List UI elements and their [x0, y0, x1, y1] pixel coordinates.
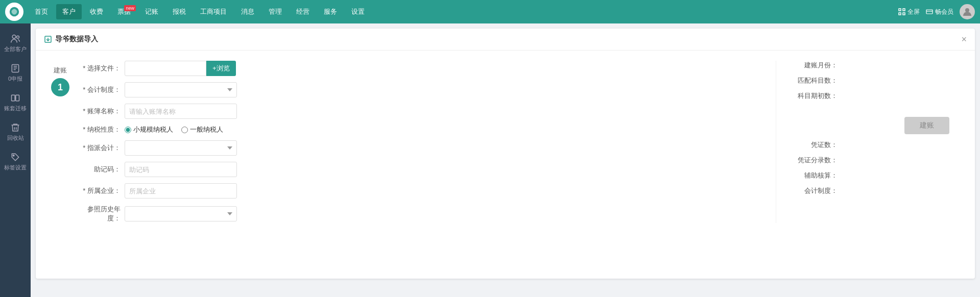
tax-radio-small[interactable] — [125, 127, 131, 133]
ledger-name-label: * 账簿名称： — [80, 107, 121, 116]
build-account-button[interactable]: 建账 — [904, 117, 949, 134]
svg-point-6 — [965, 8, 969, 12]
svg-rect-5 — [926, 10, 933, 14]
ledger-name-row: * 账簿名称： — [80, 104, 766, 119]
svg-rect-1 — [899, 9, 901, 11]
accountant-row: * 指派会计： — [80, 140, 766, 156]
initial-period-row: 科目期初数： — [792, 91, 960, 101]
import-icon — [44, 35, 52, 43]
company-input[interactable] — [125, 183, 237, 199]
aux-accounting-row: 辅助核算： — [792, 171, 960, 180]
sidebar-item-zero-report[interactable]: 0申报 — [0, 58, 31, 88]
app-logo — [5, 3, 23, 21]
new-badge: new — [124, 5, 136, 11]
dialog-close-button[interactable]: × — [961, 35, 967, 44]
svg-rect-3 — [899, 13, 901, 15]
dialog-card: 导爷数据导入 × 建账 1 * 选择 — [36, 29, 975, 279]
dialog-title: 导爷数据导入 — [44, 35, 98, 44]
left-section: 建账 1 * 选择文件： +浏览 — [51, 61, 766, 223]
avatar[interactable] — [960, 4, 975, 19]
history-year-row: 参照历史年度： — [80, 205, 766, 223]
ledger-name-input[interactable] — [125, 104, 237, 119]
voucher-count-row: 凭证数： — [792, 140, 960, 150]
sidebar-item-migrate[interactable]: 账套迁移 — [0, 88, 31, 117]
vip-button[interactable]: 畅会员 — [926, 8, 953, 16]
fullscreen-label: 全屏 — [907, 8, 920, 16]
nav-item-customer[interactable]: 客户 — [56, 4, 82, 19]
nav-item-invoice[interactable]: 票据 new — [111, 4, 137, 19]
tax-type-label: * 纳税性质： — [80, 125, 121, 134]
fullscreen-button[interactable]: 全屏 — [898, 8, 920, 16]
svg-point-7 — [12, 35, 16, 39]
nav-item-manage[interactable]: 管理 — [262, 4, 288, 19]
step-label: 建账 — [54, 66, 67, 75]
browse-button[interactable]: +浏览 — [206, 61, 236, 76]
voucher-entries-label: 凭证分录数： — [792, 156, 838, 165]
nav-item-fee[interactable]: 收费 — [84, 4, 109, 19]
company-row: * 所属企业： — [80, 183, 766, 199]
svg-rect-11 — [16, 95, 19, 101]
top-nav-right: 全屏 畅会员 — [898, 4, 975, 19]
content-area: 导爷数据导入 × 建账 1 * 选择 — [31, 23, 980, 297]
build-month-label: 建账月份： — [792, 61, 838, 70]
match-subjects-row: 匹配科目数： — [792, 76, 960, 85]
memo-code-label: 助记码： — [80, 165, 121, 174]
file-input-group: +浏览 — [125, 61, 236, 76]
match-subjects-label: 匹配科目数： — [792, 76, 838, 85]
sidebar: 全部客户 0申报 账套迁移 回收站 — [0, 23, 31, 297]
dialog-body: 建账 1 * 选择文件： +浏览 — [36, 51, 975, 233]
nav-item-bookkeeping[interactable]: 记账 — [139, 4, 164, 19]
tax-radio-group: 小规模纳税人 一般纳税人 — [125, 125, 223, 134]
svg-rect-2 — [903, 9, 905, 11]
file-label: * 选择文件： — [80, 64, 121, 73]
svg-point-8 — [17, 36, 19, 38]
history-year-label: 参照历史年度： — [80, 205, 121, 223]
tax-option-small[interactable]: 小规模纳税人 — [125, 125, 173, 134]
tax-type-row: * 纳税性质： 小规模纳税人 一般纳税人 — [80, 125, 766, 134]
sidebar-item-all-customers[interactable]: 全部客户 — [0, 29, 31, 58]
step-indicator: 建账 1 — [51, 61, 69, 96]
svg-rect-9 — [12, 65, 18, 72]
dialog-header: 导爷数据导入 × — [36, 29, 975, 51]
history-year-select[interactable] — [125, 206, 237, 221]
voucher-entries-row: 凭证分录数： — [792, 156, 960, 165]
nav-item-service[interactable]: 服务 — [318, 4, 343, 19]
sidebar-item-trash[interactable]: 回收站 — [0, 117, 31, 147]
file-select-row: * 选择文件： +浏览 — [80, 61, 766, 76]
accounting-system-label: * 会计制度： — [80, 85, 121, 94]
nav-menu: 首页 客户 收费 票据 new 记账 报税 工商项目 消息 管理 经营 服务 设… — [29, 4, 898, 19]
aux-accounting-label: 辅助核算： — [792, 171, 838, 180]
accountant-select[interactable] — [125, 140, 237, 156]
right-accounting-system-label: 会计制度： — [792, 186, 838, 195]
sidebar-item-tag-settings[interactable]: 标签设置 — [0, 147, 31, 177]
nav-item-operation[interactable]: 经营 — [290, 4, 316, 19]
main-layout: 全部客户 0申报 账套迁移 回收站 — [0, 23, 980, 297]
nav-item-tax[interactable]: 报税 — [166, 4, 192, 19]
dialog-title-text: 导爷数据导入 — [55, 35, 98, 44]
memo-code-row: 助记码： — [80, 162, 766, 177]
svg-rect-4 — [903, 13, 905, 15]
nav-item-message[interactable]: 消息 — [235, 4, 260, 19]
accounting-system-select[interactable] — [125, 82, 237, 97]
accountant-label: * 指派会计： — [80, 143, 121, 153]
accounting-system-row: * 会计制度： — [80, 82, 766, 97]
svg-rect-10 — [12, 95, 15, 101]
right-section: 建账月份： 匹配科目数： 科目期初数： 建账 凭证 — [776, 61, 960, 223]
initial-period-label: 科目期初数： — [792, 91, 838, 101]
nav-item-business[interactable]: 工商项目 — [194, 4, 233, 19]
tax-option-general[interactable]: 一般纳税人 — [181, 125, 223, 134]
build-month-row: 建账月份： — [792, 61, 960, 70]
form-section: * 选择文件： +浏览 * 会计制度： — [80, 61, 766, 223]
file-input[interactable] — [125, 61, 206, 76]
svg-point-12 — [13, 155, 14, 156]
company-label: * 所属企业： — [80, 186, 121, 195]
right-accounting-system-row: 会计制度： — [792, 186, 960, 195]
vip-label: 畅会员 — [935, 8, 953, 16]
nav-item-home[interactable]: 首页 — [29, 4, 54, 19]
step-circle: 1 — [51, 78, 69, 96]
nav-item-settings[interactable]: 设置 — [345, 4, 371, 19]
top-nav: 首页 客户 收费 票据 new 记账 报税 工商项目 消息 管理 经营 服务 设… — [0, 0, 980, 23]
voucher-count-label: 凭证数： — [792, 140, 838, 150]
memo-code-input[interactable] — [125, 162, 237, 177]
tax-radio-general[interactable] — [181, 127, 188, 133]
